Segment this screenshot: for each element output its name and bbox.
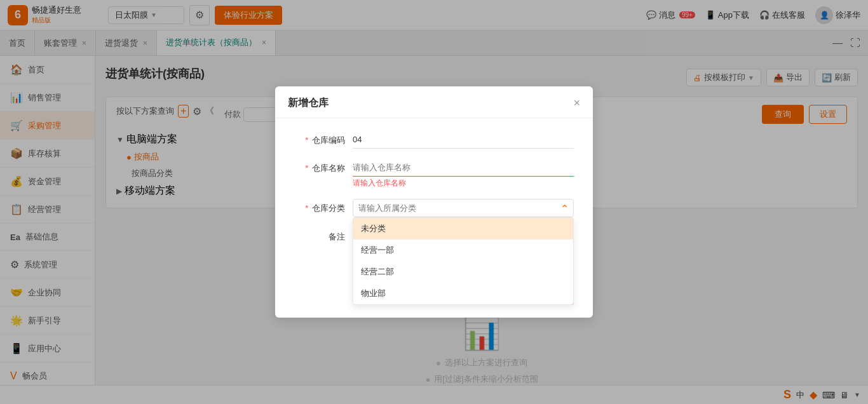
note-label: 备注 (294, 227, 345, 243)
dropdown-item-uncategorized[interactable]: 未分类 (353, 218, 573, 239)
modal-overlay: 新增仓库 × * 仓库编码 * 仓库名称 (0, 0, 868, 404)
category-field-row: * 仓库分类 ⌃ 未分类 经营一部 经营二部 (294, 199, 574, 217)
modal-close-button[interactable]: × (573, 97, 580, 110)
category-dropdown: 未分类 经营一部 经营二部 物业部 (353, 217, 574, 305)
dropdown-item-dept1[interactable]: 经营一部 (353, 239, 573, 261)
category-input-wrap: ⌃ 未分类 经营一部 经营二部 物业部 (353, 199, 574, 217)
modal-title: 新增仓库 (288, 97, 329, 110)
category-input[interactable] (353, 199, 574, 217)
name-error-message: 请输入仓库名称 (353, 178, 574, 189)
code-field-row: * 仓库编码 (294, 131, 574, 149)
code-input-wrap (353, 131, 574, 149)
dropdown-item-dept2[interactable]: 经营二部 (353, 261, 573, 283)
name-label: * 仓库名称 (294, 159, 345, 174)
name-input[interactable] (353, 159, 574, 177)
dropdown-item-dept3[interactable]: 物业部 (353, 283, 573, 304)
new-warehouse-modal: 新增仓库 × * 仓库编码 * 仓库名称 (275, 86, 593, 318)
chevron-up-icon[interactable]: ⌃ (560, 202, 569, 214)
category-label: * 仓库分类 (294, 199, 345, 214)
name-input-wrap: 请输入仓库名称 (353, 159, 574, 189)
modal-header: 新增仓库 × (275, 86, 593, 118)
code-label: * 仓库编码 (294, 131, 345, 146)
code-input[interactable] (353, 131, 574, 149)
modal-body: * 仓库编码 * 仓库名称 请输入仓库名称 (275, 118, 593, 278)
name-field-row: * 仓库名称 请输入仓库名称 (294, 159, 574, 189)
